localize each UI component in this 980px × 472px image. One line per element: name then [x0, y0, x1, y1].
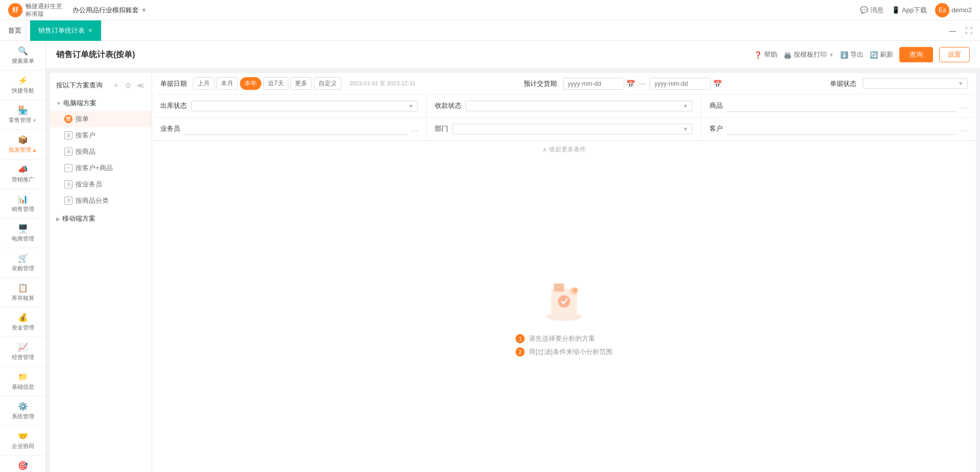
scheme-item-active-icon: 按: [64, 115, 72, 123]
filter-goods: 商品 …: [701, 95, 976, 117]
tab-home[interactable]: 首页: [0, 20, 30, 41]
retail-icon: 🏪: [18, 105, 28, 115]
date-btn-more[interactable]: 更多: [290, 77, 312, 90]
logo-icon: 好: [8, 3, 22, 17]
template-print-button[interactable]: 🖨️ 按模板打印 ▼: [783, 50, 834, 59]
message-icon: 💬: [860, 6, 868, 14]
retail-arrow-icon: ▼: [32, 118, 37, 123]
sidebar-item-enterprise[interactable]: 🤝 企业协同: [0, 426, 45, 456]
scheme-item-by-category[interactable]: 类 按商品分类: [50, 193, 152, 209]
settings-button[interactable]: 设置: [939, 47, 970, 62]
sidebar-item-sales[interactable]: 📊 销售管理: [0, 189, 45, 219]
scheme-actions: ＋ ⊙ ≪: [111, 80, 145, 90]
app-download-button[interactable]: 📱 App下载: [892, 6, 927, 15]
shipment-dropdown-icon: ▼: [408, 103, 413, 109]
export-button[interactable]: ⬇️ 导出: [840, 50, 864, 59]
filter-department: 部门 ▼: [427, 117, 701, 140]
sidebar-item-retail[interactable]: 🏪 零售管理 ▼: [0, 100, 45, 130]
scheme-add-button[interactable]: ＋: [111, 80, 121, 90]
date-filter-buttons: 上月 本月 本年 近7天 更多 自定义: [193, 77, 341, 90]
user-menu[interactable]: Ea demo2: [935, 3, 972, 17]
refresh-button[interactable]: 🔄 刷新: [870, 50, 893, 59]
customer-input[interactable]: [727, 125, 957, 132]
scheme-collapse-button[interactable]: ≪: [135, 80, 145, 90]
scheme-item-by-order[interactable]: 按 按单: [50, 111, 152, 127]
tab-bar: 首页 销售订单统计表 ✕ — ⛶: [0, 20, 980, 41]
ecommerce-icon: 🖥️: [18, 224, 28, 233]
marketing-icon: 📣: [18, 164, 28, 174]
scheme-item-by-product[interactable]: 商 按商品: [50, 144, 152, 160]
sales-icon: 📊: [18, 194, 28, 204]
scheme-section-mobile-header[interactable]: ▶ 移动端方案: [50, 211, 152, 226]
salesperson-input[interactable]: [184, 125, 407, 132]
filter-row-3: 业务员 … 部门 ▼: [152, 117, 976, 140]
main-body: 按以下方案查询 ＋ ⊙ ≪ ▼ 电脑端方案 按: [46, 69, 980, 472]
payment-dropdown-icon: ▼: [683, 103, 688, 109]
status-select[interactable]: ▼: [863, 78, 968, 89]
date-btn-this-month[interactable]: 本月: [216, 77, 238, 90]
scheme-section-desktop-header[interactable]: ▼ 电脑端方案: [50, 96, 152, 111]
sidebar-item-operations[interactable]: 📈 经营管理: [0, 337, 45, 367]
scheme-item-category-icon: 类: [64, 197, 72, 205]
payment-status-select[interactable]: ▼: [465, 101, 693, 111]
sidebar-item-system[interactable]: ⚙️ 系统管理: [0, 396, 45, 426]
tab-close-icon[interactable]: ✕: [88, 27, 93, 34]
expected-date-start-input[interactable]: [563, 78, 624, 90]
query-button[interactable]: 查询: [899, 47, 933, 62]
scheme-item-by-customer[interactable]: 客 按客户: [50, 127, 152, 144]
help-button[interactable]: ❓ 帮助: [754, 50, 777, 59]
export-icon: ⬇️: [840, 51, 848, 59]
help-icon: ❓: [754, 51, 762, 59]
sidebar-item-marketing[interactable]: 📣 营销推广: [0, 159, 45, 189]
sidebar-item-search[interactable]: 🔍 搜索菜单: [0, 41, 45, 70]
date-btn-this-year[interactable]: 本年: [240, 77, 261, 90]
end-date-calendar-icon[interactable]: 📅: [713, 80, 722, 88]
sidebar-item-purchase[interactable]: 🛒 采购管理: [0, 248, 45, 278]
scheme-item-by-salesperson[interactable]: 员 按业务员: [50, 176, 152, 193]
date-btn-last-month[interactable]: 上月: [193, 77, 214, 90]
header-left: 好 畅捷通好生意 标准版 办公用品行业模拟账套 ▼: [8, 3, 147, 17]
expected-date-end-input[interactable]: [650, 78, 711, 90]
sidebar-item-quicknav[interactable]: ⚡ 快捷导航: [0, 70, 45, 100]
scheme-item-by-customer-product[interactable]: + 按客户+商品: [50, 160, 152, 176]
department-select[interactable]: ▼: [452, 124, 693, 134]
salesperson-more-icon[interactable]: …: [411, 125, 418, 133]
shipment-status-select[interactable]: ▼: [191, 101, 418, 111]
svg-rect-2: [554, 284, 564, 292]
start-date-calendar-icon[interactable]: 📅: [626, 80, 635, 88]
svg-point-3: [558, 295, 570, 308]
print-dropdown-icon[interactable]: ▼: [829, 52, 834, 58]
tab-minimize-button[interactable]: —: [945, 23, 960, 38]
quicknav-icon: ⚡: [18, 76, 28, 85]
page-header: 销售订单统计表(按单) ❓ 帮助 🖨️ 按模板打印 ▼ ⬇️ 导出 🔄 刷新: [46, 41, 980, 69]
expected-date-range: 📅 — 📅: [563, 78, 722, 90]
tab-maximize-button[interactable]: ⛶: [962, 23, 976, 38]
goods-more-icon[interactable]: …: [961, 102, 968, 110]
message-button[interactable]: 💬 消息: [860, 6, 884, 15]
breadcrumb-dropdown-icon[interactable]: ▼: [141, 7, 147, 14]
sidebar-item-wholesale[interactable]: 📦 批发管理 ▲: [0, 130, 45, 159]
filter-salesperson: 业务员 …: [152, 117, 427, 140]
empty-hint-2: 2 用[过滤]条件来缩小分析范围: [516, 347, 612, 357]
system-icon: ⚙️: [18, 402, 28, 411]
goods-input[interactable]: [727, 102, 957, 109]
scheme-header: 按以下方案查询 ＋ ⊙ ≪: [50, 77, 152, 93]
collapse-bar[interactable]: ∧ 收起更多条件: [152, 140, 976, 158]
customer-more-icon[interactable]: …: [961, 125, 968, 133]
scheme-edit-button[interactable]: ⊙: [123, 80, 133, 90]
sidebar-item-basic-info[interactable]: 📁 基础信息: [0, 367, 45, 396]
basic-info-icon: 📁: [18, 372, 28, 382]
sidebar-item-ecommerce[interactable]: 🖥️ 电商管理: [0, 219, 45, 248]
sidebar-item-inventory[interactable]: 📋 库存核算: [0, 278, 45, 308]
scheme-item-product-icon: 商: [64, 148, 72, 156]
tab-sales-order[interactable]: 销售订单统计表 ✕: [30, 20, 102, 41]
department-dropdown-icon: ▼: [683, 126, 688, 132]
scheme-item-sales-icon: 员: [64, 180, 72, 188]
enterprise-icon: 🤝: [18, 431, 28, 441]
sidebar-item-finance[interactable]: 💰 资金管理: [0, 308, 45, 337]
svg-point-5: [573, 288, 578, 293]
date-btn-custom[interactable]: 自定义: [314, 77, 341, 90]
sidebar-item-newbie[interactable]: 🎯 新手引导: [0, 456, 45, 472]
date-btn-last-7days[interactable]: 近7天: [263, 77, 288, 90]
avatar: Ea: [935, 3, 949, 17]
